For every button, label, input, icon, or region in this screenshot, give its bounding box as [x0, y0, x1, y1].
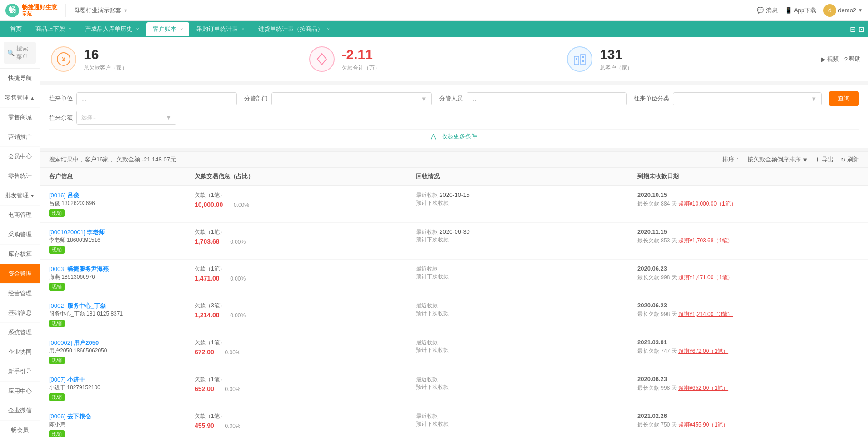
- customer-name-6[interactable]: 去下粮仓: [67, 413, 91, 420]
- tab-customer-ledger-close[interactable]: ×: [180, 26, 183, 32]
- customer-name-4[interactable]: 用户2050: [74, 339, 99, 346]
- sidebar-item-marketing-label: 营销推广: [8, 133, 32, 140]
- sidebar-item-retail-stats[interactable]: 零售统计: [0, 166, 40, 186]
- tab-purchase-order[interactable]: 采购订单统计表 ×: [190, 22, 251, 36]
- customer-name-1[interactable]: 李老师: [87, 229, 105, 236]
- filter-category-select[interactable]: ▼: [673, 92, 822, 105]
- sidebar-item-wechat[interactable]: 企业微信: [0, 401, 40, 421]
- debt-cell-2: 欠款（1笔） 1,471.00 0.00%: [195, 265, 416, 282]
- refresh-label: 刷新: [847, 156, 859, 164]
- sidebar-item-finance[interactable]: 资金管理: [0, 264, 40, 284]
- svg-rect-3: [574, 56, 579, 65]
- due-date-3: 2020.06.23: [637, 302, 859, 309]
- tab-production-close[interactable]: ×: [136, 26, 139, 32]
- sidebar-item-member[interactable]: 会员中心: [0, 147, 40, 166]
- filter-person: 分管人员 ...: [439, 92, 627, 105]
- tab-production[interactable]: 产成品入库单历史 ×: [79, 22, 145, 36]
- message-btn[interactable]: 💬 消息: [757, 6, 778, 15]
- sidebar-item-guide-label: 新手引导: [8, 368, 32, 375]
- results-actions: 排序： 按欠款金额倒序排序 ▼ ⬇ 导出 ↻ 刷新: [722, 156, 859, 164]
- recovery-label-6: 最近收款: [416, 412, 637, 420]
- refresh-btn[interactable]: ↻ 刷新: [841, 156, 859, 164]
- customer-name-0[interactable]: 吕俊: [67, 192, 79, 199]
- help-icon: ?: [844, 56, 848, 63]
- due-cell-2: 2020.06.23 最长欠款 998 天 超期¥1,471.00（1笔）: [637, 265, 859, 281]
- wholesale-arrow-icon: ▼: [30, 193, 35, 198]
- sidebar-item-system[interactable]: 系统管理: [0, 323, 40, 342]
- table-header: 客户信息 欠款交易信息（占比） 回收情况 到期未收款日期: [40, 168, 868, 186]
- nav-maximize-icon[interactable]: ⊡: [858, 25, 864, 34]
- sidebar-item-operations[interactable]: 经营管理: [0, 284, 40, 303]
- customer-name-5[interactable]: 小进干: [67, 376, 85, 383]
- overdue-link-4[interactable]: 超期¥672.00（1笔）: [678, 348, 728, 354]
- debt-ratio-2: 0.00%: [230, 276, 246, 282]
- sidebar-item-ecom[interactable]: 电商管理: [0, 206, 40, 225]
- app-sub: 示范: [22, 11, 57, 17]
- due-cell-0: 2020.10.15 最长欠款 884 天 超期¥10,000.00（1笔）: [637, 191, 859, 208]
- customer-cell-3: [0002] 服务中心_丁磊 服务中心_丁磊 181 0125 8371 现销: [49, 302, 195, 327]
- tab-purchase-stats-close[interactable]: ×: [327, 26, 330, 32]
- next-recovery-6: 预计下次收款: [416, 420, 637, 428]
- video-btn[interactable]: ▶ 视频: [821, 55, 839, 63]
- table-row: [0003] 畅捷服务尹海燕 海燕 18513066976 现销 欠款（1笔） …: [40, 260, 868, 296]
- tab-purchase-stats[interactable]: 进货单统计表（按商品） ×: [252, 22, 336, 36]
- filter-person-input[interactable]: ...: [467, 92, 627, 105]
- tab-home[interactable]: 首页: [4, 22, 28, 36]
- results-bar: 搜索结果中，客户16家， 欠款金额 -21,148.07元 排序： 按欠款金额倒…: [40, 151, 868, 168]
- filter-balance-select[interactable]: 选择... ▼: [76, 111, 176, 125]
- sidebar-item-retail-mgmt[interactable]: 零售管理 ▲: [0, 88, 40, 108]
- tab-goods[interactable]: 商品上下架 ×: [29, 22, 78, 36]
- sidebar-item-basic-info[interactable]: 基础信息: [0, 303, 40, 323]
- sidebar-item-retail-mgmt-label: 零售管理: [5, 94, 29, 101]
- customer-cell-6: [0006] 去下粮仓 陈小弟 现销: [49, 412, 195, 437]
- tab-purchase-order-close[interactable]: ×: [241, 26, 244, 32]
- sidebar-item-apps-label: 应用中心: [8, 387, 32, 394]
- overdue-link-6[interactable]: 超期¥455.90（1笔）: [678, 422, 728, 428]
- nav-minimize-icon[interactable]: ⊟: [850, 25, 856, 34]
- data-table: 客户信息 欠款交易信息（占比） 回收情况 到期未收款日期 [0016] 吕俊 吕…: [40, 168, 868, 437]
- building-icon: [572, 52, 587, 66]
- sidebar-item-collab-label: 企业协同: [8, 348, 32, 355]
- tab-goods-close[interactable]: ×: [69, 26, 71, 32]
- recovery-cell-4: 最近收款 预计下次收款: [416, 339, 637, 354]
- filter-dept-select[interactable]: ▼: [271, 92, 432, 105]
- customer-id-5: [0007]: [49, 376, 65, 383]
- tab-purchase-order-label: 采购订单统计表: [196, 25, 238, 33]
- overdue-link-1[interactable]: 超期¥1,703.68（1笔）: [678, 237, 733, 244]
- sort-select[interactable]: 按欠款金额倒序排序 ▼: [748, 156, 808, 164]
- collapse-filters-btn[interactable]: ⋀ 收起更多条件: [49, 129, 859, 141]
- sidebar-item-member2[interactable]: 畅会员: [0, 421, 40, 437]
- sidebar-item-retail-store[interactable]: 零售商城: [0, 108, 40, 127]
- help-btn[interactable]: ? 帮助: [844, 55, 861, 63]
- sidebar-item-wholesale[interactable]: 批发管理 ▼: [0, 186, 40, 206]
- overdue-link-0[interactable]: 超期¥10,000.00（1笔）: [678, 201, 736, 207]
- sidebar-search-area: 🔍 搜索菜单: [0, 37, 40, 69]
- sidebar-item-guide[interactable]: 新手引导: [0, 362, 40, 382]
- filter-unit-input[interactable]: ...: [76, 92, 237, 105]
- app-download-btn[interactable]: 📱 App下载: [785, 6, 816, 15]
- company-selector[interactable]: 母婴行业演示账套 ▼: [74, 6, 128, 15]
- customer-name-3[interactable]: 服务中心_丁磊: [67, 302, 106, 309]
- stat-debt-customers-value: 16: [84, 47, 127, 62]
- sidebar-item-apps[interactable]: 应用中心: [0, 382, 40, 401]
- debt-count-1: 欠款（1笔）: [195, 228, 416, 236]
- overdue-link-3[interactable]: 超期¥1,214.00（3笔）: [678, 311, 733, 317]
- overdue-link-5[interactable]: 超期¥652.00（1笔）: [678, 385, 728, 391]
- sidebar-item-purchase[interactable]: 采购管理: [0, 225, 40, 245]
- col-header-due: 到期未收款日期: [637, 172, 859, 181]
- sidebar-item-ecom-label: 电商管理: [8, 211, 32, 218]
- sidebar-item-quick-nav[interactable]: 快捷导航: [0, 69, 40, 88]
- sidebar-search-btn[interactable]: 🔍 搜索菜单: [4, 42, 36, 64]
- sidebar-item-inventory-label: 库存核算: [8, 251, 32, 257]
- customer-type-0: 现销: [49, 209, 65, 217]
- sidebar-item-marketing[interactable]: 营销推广: [0, 127, 40, 147]
- sidebar-item-inventory[interactable]: 库存核算: [0, 245, 40, 264]
- sidebar-item-collab[interactable]: 企业协同: [0, 342, 40, 362]
- tab-customer-ledger[interactable]: 客户账本 ×: [146, 22, 189, 36]
- customer-name-2[interactable]: 畅捷服务尹海燕: [67, 266, 109, 272]
- user-menu[interactable]: d demo2 ▼: [823, 4, 863, 17]
- top-bar-left: 畅 畅捷通好生意 示范 母婴行业演示账套 ▼: [5, 4, 128, 17]
- overdue-link-2[interactable]: 超期¥1,471.00（1笔）: [678, 274, 733, 281]
- export-btn[interactable]: ⬇ 导出: [815, 156, 833, 164]
- search-button[interactable]: 查询: [829, 91, 859, 106]
